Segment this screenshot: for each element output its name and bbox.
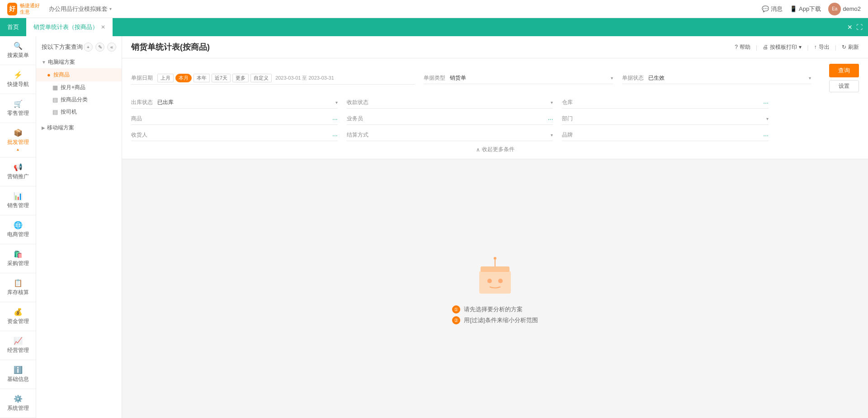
filter-row-3: 商品 ··· 业务员 ··· 部门 ▾	[131, 113, 859, 125]
sidebar-item-retail[interactable]: 🛒 零售管理	[0, 94, 36, 123]
main-layout: 🔍 搜索菜单 ⚡ 快捷导航 🛒 零售管理 📦 批发管理 ▲ 📢 营销推广 📊 销…	[0, 36, 868, 418]
filter-salesperson-dots-icon[interactable]: ···	[548, 115, 553, 123]
inventory-icon: 📋	[14, 279, 23, 287]
marketing-icon: 📢	[14, 163, 23, 171]
scheme-panel-title: 按以下方案查询	[42, 43, 83, 51]
quick-nav-icon: ⚡	[14, 71, 23, 79]
sidebar-item-marketing[interactable]: 📢 营销推广	[0, 157, 36, 186]
finance-icon: 💰	[14, 308, 23, 316]
filter-warehouse-status-dropdown-icon[interactable]: ▾	[335, 100, 338, 105]
filter-warehouse-status-label: 出库状态	[131, 99, 154, 106]
sidebar-item-basic[interactable]: ℹ️ 基础信息	[0, 360, 36, 389]
scheme-item-by-category-label: 按商品分类	[61, 96, 88, 104]
workspace-selector[interactable]: 办公用品行业模拟账套 ▾	[49, 5, 756, 13]
sidebar-item-finance[interactable]: 💰 资金管理	[0, 302, 36, 331]
filter-salesperson-label: 业务员	[347, 115, 369, 123]
date-btn-this-year[interactable]: 本年	[193, 74, 210, 82]
sidebar-item-wholesale-label: 批发管理	[7, 138, 29, 146]
filter-product-dots-icon[interactable]: ···	[332, 115, 338, 123]
filter-salesperson: 业务员 ···	[347, 113, 553, 125]
filter-doc-status-value: 已生效	[648, 74, 807, 82]
logo-area: 好 畅捷通好生意	[7, 3, 43, 15]
tab-home[interactable]: 首页	[0, 18, 26, 36]
filter-department-dropdown-icon[interactable]: ▾	[766, 116, 769, 121]
sidebar-item-ecommerce[interactable]: 🌐 电商管理	[0, 215, 36, 244]
sidebar-item-sales[interactable]: 📊 销售管理	[0, 186, 36, 215]
user-name: demo2	[843, 5, 861, 12]
scheme-group-mobile-header[interactable]: ▶ 移动端方案	[36, 122, 122, 134]
filter-recipient-dots-icon[interactable]: ···	[332, 132, 338, 139]
sidebar-item-search[interactable]: 🔍 搜索菜单	[0, 36, 36, 65]
scheme-group-mobile: ▶ 移动端方案	[36, 122, 122, 134]
filter-doc-status-dropdown-icon[interactable]: ▾	[809, 76, 811, 81]
sidebar-item-purchase[interactable]: 🛍️ 采购管理	[0, 244, 36, 273]
date-btn-this-month[interactable]: 本月	[175, 74, 192, 82]
window-close-icon[interactable]: ✕	[847, 24, 853, 31]
scheme-collapse-btn[interactable]: «	[107, 43, 116, 52]
tab-close-icon[interactable]: ✕	[101, 24, 105, 30]
empty-hint-1: ① 请先选择要分析的方案	[452, 305, 538, 314]
filter-payment-status-dropdown-icon[interactable]: ▾	[551, 100, 553, 105]
filter-warehouse-status: 出库状态 已出库 ▾	[131, 97, 338, 109]
scheme-group-desktop-header[interactable]: ▼ 电脑端方案	[36, 56, 122, 68]
nav-sidebar: 🔍 搜索菜单 ⚡ 快捷导航 🛒 零售管理 📦 批发管理 ▲ 📢 营销推广 📊 销…	[0, 36, 36, 418]
data-area: ① 请先选择要分析的方案 ② 用[过滤]条件来缩小分析范围	[122, 159, 868, 418]
scheme-item-by-product[interactable]: ● 按商品	[36, 68, 122, 81]
collapse-filters-btn[interactable]: ∧ 收起更多条件	[476, 146, 514, 153]
date-btn-custom[interactable]: 自定义	[250, 74, 272, 82]
sidebar-item-operations[interactable]: 📈 经营管理	[0, 331, 36, 360]
print-dropdown-icon: ▾	[799, 44, 802, 50]
filter-date-value: 2023-03-01 至 2023-03-31	[275, 75, 334, 81]
refresh-label: 刷新	[848, 43, 859, 51]
filter-brand-dots-icon[interactable]: ···	[763, 132, 769, 139]
tab-sales-stat[interactable]: 销货单统计表（按商品） ✕	[26, 18, 113, 36]
sidebar-item-wholesale[interactable]: 📦 批发管理 ▲	[0, 123, 36, 157]
filter-doc-status: 单据状态 已生效 ▾	[622, 72, 811, 84]
query-button[interactable]: 查询	[829, 64, 859, 77]
date-btn-more[interactable]: 更多	[232, 74, 249, 82]
app-download-btn[interactable]: 📱 App下载	[790, 5, 821, 13]
scheme-item-by-printer[interactable]: ▤ 按司机	[36, 106, 122, 118]
scheme-group-mobile-label: 移动端方案	[47, 124, 74, 132]
scheme-item-by-month-product[interactable]: ▦ 按月+商品	[36, 81, 122, 94]
scheme-add-btn[interactable]: +	[84, 43, 93, 52]
scheme-group-desktop-label: 电脑端方案	[48, 58, 75, 66]
scheme-item-by-product-label: 按商品	[53, 71, 70, 79]
print-btn[interactable]: 🖨 按模板打印 ▾	[763, 43, 802, 51]
scheme-item-by-category[interactable]: ▤ 按商品分类	[36, 94, 122, 106]
filter-doc-type-value: 销货单	[450, 74, 609, 82]
window-maximize-icon[interactable]: ⛶	[856, 24, 863, 31]
scheme-group-desktop-arrow: ▼	[42, 60, 46, 65]
filter-warehouse-dots-icon[interactable]: ···	[763, 99, 769, 106]
refresh-btn[interactable]: ↻ 刷新	[842, 43, 859, 51]
avatar-initials: Ea	[832, 6, 837, 11]
filter-product-label: 商品	[131, 115, 154, 123]
export-btn[interactable]: ↑ 导出	[814, 43, 830, 51]
scheme-edit-btn[interactable]: ✎	[95, 43, 104, 52]
right-panel: 销货单统计表(按商品) ? 帮助 | 🖨 按模板打印 ▾ | ↑	[122, 36, 868, 418]
date-btn-last-7-days[interactable]: 近7天	[212, 74, 231, 82]
message-btn[interactable]: 💬 消息	[762, 5, 783, 13]
help-btn[interactable]: ? 帮助	[735, 43, 750, 51]
user-avatar-btn[interactable]: Ea demo2	[828, 3, 861, 15]
search-icon: 🔍	[14, 42, 23, 50]
reset-button[interactable]: 设置	[829, 80, 859, 92]
filter-doc-type-dropdown-icon[interactable]: ▾	[611, 76, 613, 81]
sidebar-item-system[interactable]: ⚙️ 系统管理	[0, 389, 36, 418]
filter-settlement: 结算方式 ▾	[347, 129, 553, 141]
filter-recipient-label: 收货人	[131, 131, 154, 139]
export-label: 导出	[819, 43, 830, 51]
sidebar-item-quick[interactable]: ⚡ 快捷导航	[0, 65, 36, 94]
sidebar-item-inventory[interactable]: 📋 库存核算	[0, 273, 36, 302]
export-icon: ↑	[814, 44, 817, 50]
content-area: 按以下方案查询 + ✎ « ▼ 电脑端方案 ● 按商品 ▦	[36, 36, 868, 418]
collapse-icon: ∧	[476, 147, 480, 153]
date-btn-last-month[interactable]: 上月	[157, 74, 174, 82]
help-icon: ?	[735, 44, 738, 50]
filter-settlement-dropdown-icon[interactable]: ▾	[551, 133, 553, 138]
scheme-group-desktop: ▼ 电脑端方案 ● 按商品 ▦ 按月+商品 ▤ 按商品分类 ▤ 按司机	[36, 56, 122, 118]
sidebar-item-system-label: 系统管理	[7, 404, 29, 412]
workspace-dropdown-icon: ▾	[109, 6, 112, 11]
sidebar-item-inventory-label: 库存核算	[7, 289, 29, 296]
sidebar-item-ecommerce-label: 电商管理	[7, 231, 29, 238]
